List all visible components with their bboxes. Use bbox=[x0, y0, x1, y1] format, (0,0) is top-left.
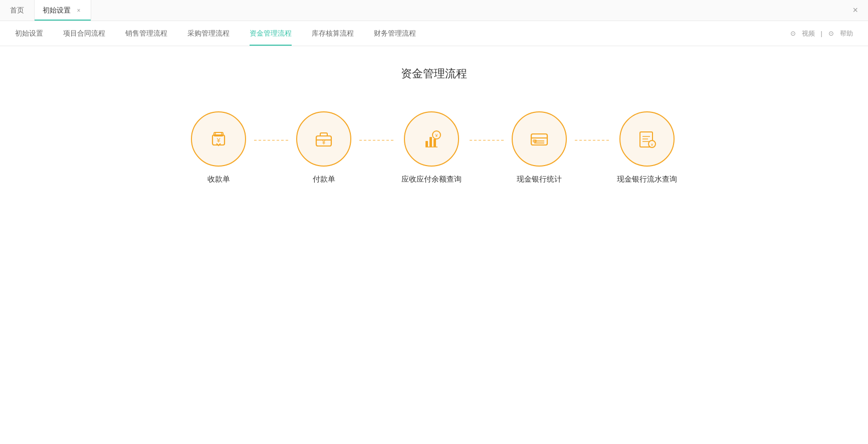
main-content: 资金管理流程 ¥ 收款单 bbox=[0, 46, 868, 204]
svg-rect-10 bbox=[433, 139, 436, 147]
receipt-icon-circle[interactable]: ¥ bbox=[191, 111, 246, 167]
payment-icon-circle[interactable]: ¥ bbox=[296, 111, 351, 167]
nav-item-inventory[interactable]: 库存核算流程 bbox=[312, 21, 354, 46]
balance-svg-icon: ¥ bbox=[418, 126, 445, 152]
payment-label: 付款单 bbox=[313, 175, 335, 184]
bank-stat-label: 现金银行统计 bbox=[517, 175, 562, 184]
top-bar-right: × bbox=[842, 5, 868, 16]
connector-1 bbox=[246, 140, 296, 140]
nav-item-sales[interactable]: 销售管理流程 bbox=[125, 21, 167, 46]
receipt-label: 收款单 bbox=[207, 175, 230, 184]
nav-label-initial-text: 初始设置 bbox=[15, 29, 43, 38]
connector-3 bbox=[462, 140, 512, 140]
flow-item-bank-flow[interactable]: ¥ 现金银行流水查询 bbox=[617, 111, 677, 184]
flow-item-receipt[interactable]: ¥ 收款单 bbox=[191, 111, 246, 184]
svg-text:¥: ¥ bbox=[435, 133, 438, 138]
svg-rect-9 bbox=[429, 137, 432, 147]
home-label: 首页 bbox=[10, 6, 24, 15]
nav-label-project-text: 项目合同流程 bbox=[63, 29, 105, 38]
nav-item-project[interactable]: 项目合同流程 bbox=[63, 21, 105, 46]
bank-stat-svg-icon bbox=[526, 126, 552, 152]
bank-flow-icon-circle[interactable]: ¥ bbox=[619, 111, 675, 167]
nav-bar-right: ⊙ 视频 | ⊙ 帮助 bbox=[790, 29, 853, 38]
help-icon: ⊙ bbox=[828, 30, 834, 37]
nav-label-sales-text: 销售管理流程 bbox=[125, 29, 167, 38]
home-tab[interactable]: 首页 bbox=[0, 0, 34, 21]
receipt-svg-icon: ¥ bbox=[205, 126, 232, 152]
svg-text:¥: ¥ bbox=[216, 136, 221, 144]
tab-label: 初始设置 bbox=[43, 6, 71, 15]
page-title: 资金管理流程 bbox=[401, 66, 467, 81]
svg-text:¥: ¥ bbox=[322, 139, 326, 146]
help-video-link[interactable]: 视频 bbox=[802, 29, 815, 38]
nav-label-finance-text: 财务管理流程 bbox=[374, 29, 416, 38]
nav-bar: 收款单 初始设置 项目合同流程 销售管理流程 采购管理流程 资金管理流程 库存核… bbox=[0, 21, 868, 46]
nav-label-inventory-text: 库存核算流程 bbox=[312, 29, 354, 38]
connector-2 bbox=[351, 140, 401, 140]
flow-container: ¥ 收款单 ¥ bbox=[133, 111, 735, 184]
payment-svg-icon: ¥ bbox=[311, 126, 337, 152]
nav-item-capital[interactable]: 资金管理流程 bbox=[250, 21, 292, 46]
bank-stat-icon-circle[interactable] bbox=[512, 111, 567, 167]
bank-flow-label: 现金银行流水查询 bbox=[617, 175, 677, 184]
active-tab[interactable]: 初始设置 × bbox=[34, 0, 91, 21]
nav-label-purchase-text: 采购管理流程 bbox=[187, 29, 230, 38]
svg-text:¥: ¥ bbox=[650, 142, 654, 147]
bank-flow-svg-icon: ¥ bbox=[634, 126, 660, 152]
window-close-button[interactable]: × bbox=[852, 5, 858, 16]
flow-item-bank-stat[interactable]: 现金银行统计 bbox=[512, 111, 567, 184]
nav-item-finance[interactable]: 财务管理流程 bbox=[374, 21, 416, 46]
flow-item-balance[interactable]: ¥ 应收应付余额查询 bbox=[401, 111, 462, 184]
top-bar: 首页 初始设置 × × bbox=[0, 0, 868, 21]
balance-icon-circle[interactable]: ¥ bbox=[404, 111, 459, 167]
flow-item-payment[interactable]: ¥ 付款单 bbox=[296, 111, 351, 184]
help-link[interactable]: 帮助 bbox=[840, 29, 853, 38]
tab-active-indicator bbox=[35, 20, 91, 21]
nav-item-purchase[interactable]: 采购管理流程 bbox=[187, 21, 230, 46]
tab-close-button[interactable]: × bbox=[75, 7, 83, 15]
connector-4 bbox=[567, 140, 617, 140]
nav-item-initial[interactable]: 收款单 初始设置 bbox=[15, 21, 43, 46]
balance-label: 应收应付余额查询 bbox=[401, 175, 462, 184]
svg-rect-8 bbox=[425, 141, 428, 147]
nav-label-capital-text: 资金管理流程 bbox=[250, 29, 292, 38]
help-video-icon: ⊙ bbox=[790, 30, 796, 37]
divider: | bbox=[821, 30, 822, 37]
